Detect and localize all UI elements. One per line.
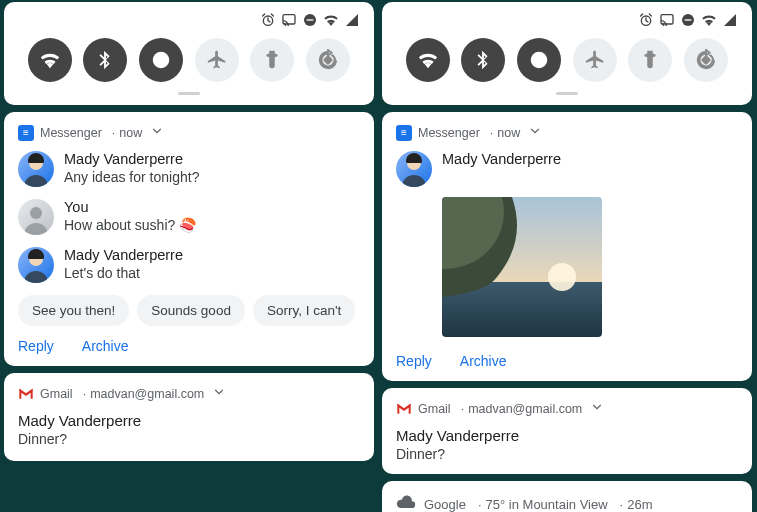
gmail-app-name: Gmail <box>40 387 73 401</box>
smart-reply-chip[interactable]: Sounds good <box>137 295 245 326</box>
gmail-notification[interactable]: Gmail madvan@gmail.com Mady Vanderperre … <box>4 373 374 461</box>
smart-reply-chip[interactable]: Sorry, I can't <box>253 295 355 326</box>
quick-settings-panel <box>4 2 374 105</box>
archive-action[interactable]: Archive <box>460 353 507 369</box>
email-preview: Dinner? <box>396 446 738 462</box>
email-subject: Mady Vanderperre <box>18 412 360 429</box>
svg-point-10 <box>548 263 576 291</box>
messenger-header[interactable]: ≡ Messenger now <box>396 124 738 141</box>
reply-action[interactable]: Reply <box>18 338 54 354</box>
gmail-header[interactable]: Gmail madvan@gmail.com <box>396 400 738 417</box>
message-sender: Mady Vanderperre <box>64 247 183 263</box>
messenger-notification[interactable]: ≡ Messenger now Mady Vanderperre <box>382 112 752 381</box>
smart-reply-chip[interactable]: See you then! <box>18 295 129 326</box>
image-attachment[interactable] <box>442 197 602 337</box>
email-preview: Dinner? <box>18 431 360 447</box>
dnd-tile[interactable] <box>517 38 561 82</box>
shade-drag-handle[interactable] <box>556 92 578 95</box>
weather-notification[interactable]: Google 75° in Mountain View 26m <box>382 481 752 512</box>
gmail-header[interactable]: Gmail madvan@gmail.com <box>18 385 360 402</box>
messenger-header[interactable]: ≡ Messenger now <box>18 124 360 141</box>
message-sender: Mady Vanderperre <box>64 151 199 167</box>
message-sender: Mady Vanderperre <box>442 151 561 167</box>
messenger-time: now <box>486 126 520 140</box>
expand-chevron-icon[interactable] <box>590 400 604 417</box>
cast-icon <box>281 12 297 32</box>
alarm-icon <box>638 12 654 32</box>
rotate-tile[interactable] <box>306 38 350 82</box>
messenger-time: now <box>108 126 142 140</box>
bluetooth-tile[interactable] <box>83 38 127 82</box>
flashlight-tile[interactable] <box>628 38 672 82</box>
messenger-notification[interactable]: ≡ Messenger now Mady Vanderperre Any ide… <box>4 112 374 366</box>
quick-settings-tiles <box>16 32 362 86</box>
status-bar <box>16 12 362 32</box>
gmail-app-icon <box>396 401 412 417</box>
avatar <box>396 151 432 187</box>
alarm-icon <box>260 12 276 32</box>
weather-app-name: Google <box>424 497 466 512</box>
expand-chevron-icon[interactable] <box>150 124 164 141</box>
expand-chevron-icon[interactable] <box>528 124 542 141</box>
wifi-tile[interactable] <box>28 38 72 82</box>
notification-actions: Reply Archive <box>18 336 360 354</box>
wifi-tile[interactable] <box>406 38 450 82</box>
dnd-status-icon <box>302 12 318 32</box>
dnd-tile[interactable] <box>139 38 183 82</box>
weather-age: 26m <box>616 497 653 512</box>
airplane-tile[interactable] <box>195 38 239 82</box>
message-row: Mady Vanderperre Let's do that <box>18 247 360 283</box>
message-text: Let's do that <box>64 265 183 281</box>
messenger-app-icon: ≡ <box>396 125 412 141</box>
avatar <box>18 247 54 283</box>
smart-reply-row: See you then! Sounds good Sorry, I can't <box>18 295 360 326</box>
flashlight-tile[interactable] <box>250 38 294 82</box>
signal-icon <box>722 12 738 32</box>
cloud-icon <box>396 493 416 512</box>
avatar <box>18 199 54 235</box>
gmail-app-icon <box>18 386 34 402</box>
signal-icon <box>344 12 360 32</box>
status-bar <box>394 12 740 32</box>
weather-summary: 75° in Mountain View <box>474 497 608 512</box>
phone-left: ≡ Messenger now Mady Vanderperre Any ide… <box>4 2 374 512</box>
gmail-account: madvan@gmail.com <box>79 387 205 401</box>
gmail-account: madvan@gmail.com <box>457 402 583 416</box>
shade-drag-handle[interactable] <box>178 92 200 95</box>
email-subject: Mady Vanderperre <box>396 427 738 444</box>
rotate-tile[interactable] <box>684 38 728 82</box>
messenger-app-name: Messenger <box>40 126 102 140</box>
message-row: Mady Vanderperre <box>396 151 738 187</box>
gmail-app-name: Gmail <box>418 402 451 416</box>
messenger-app-icon: ≡ <box>18 125 34 141</box>
expand-chevron-icon[interactable] <box>212 385 226 402</box>
message-text: Any ideas for tonight? <box>64 169 199 185</box>
message-row: Mady Vanderperre Any ideas for tonight? <box>18 151 360 187</box>
wifi-status-icon <box>701 12 717 32</box>
gmail-notification[interactable]: Gmail madvan@gmail.com Mady Vanderperre … <box>382 388 752 474</box>
quick-settings-panel <box>382 2 752 105</box>
quick-settings-tiles <box>394 32 740 86</box>
cast-icon <box>659 12 675 32</box>
reply-action[interactable]: Reply <box>396 353 432 369</box>
archive-action[interactable]: Archive <box>82 338 129 354</box>
messenger-app-name: Messenger <box>418 126 480 140</box>
dnd-status-icon <box>680 12 696 32</box>
wifi-status-icon <box>323 12 339 32</box>
notification-actions: Reply Archive <box>396 351 738 369</box>
airplane-tile[interactable] <box>573 38 617 82</box>
message-text: How about sushi? 🍣 <box>64 217 196 233</box>
avatar <box>18 151 54 187</box>
message-row: You How about sushi? 🍣 <box>18 199 360 235</box>
phone-right: ≡ Messenger now Mady Vanderperre <box>382 2 752 512</box>
bluetooth-tile[interactable] <box>461 38 505 82</box>
message-sender: You <box>64 199 196 215</box>
svg-point-7 <box>30 207 42 219</box>
